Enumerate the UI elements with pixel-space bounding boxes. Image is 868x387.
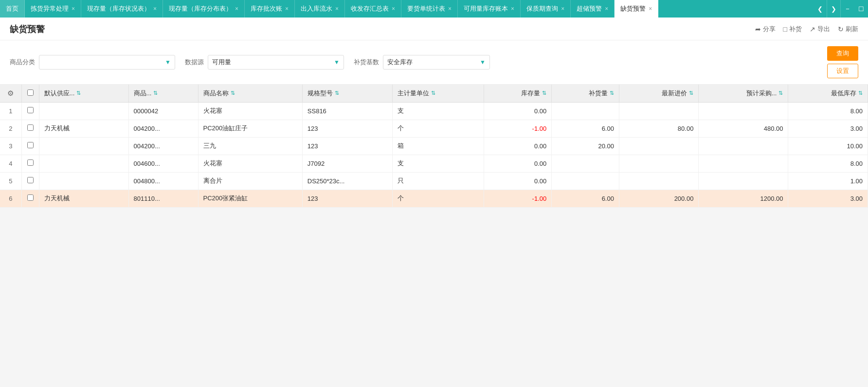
th-price[interactable]: 最新进价 ⇅ — [619, 85, 698, 102]
replenishment-base-select[interactable]: 安全库存 ▼ — [383, 55, 490, 70]
row-check-2[interactable] — [27, 124, 34, 131]
tab-4[interactable]: 库存批次账 × — [245, 0, 295, 18]
tab-10-close[interactable]: × — [605, 5, 608, 12]
th-supplier[interactable]: 默认供应... ⇅ — [39, 85, 128, 102]
supplement-label: 补货 — [789, 25, 802, 34]
tab-home[interactable]: 首页 — [0, 0, 25, 18]
tab-2[interactable]: 现存量（库存状况表） × — [81, 0, 163, 18]
tab-next-button[interactable]: ❯ — [827, 0, 841, 18]
row-check-5[interactable] — [27, 177, 34, 183]
row-unit-3: 箱 — [393, 137, 484, 155]
gear-settings-icon[interactable]: ⚙ — [7, 89, 14, 97]
row-num-2: 2 — [0, 120, 21, 137]
supplement-button[interactable]: □ 补货 — [783, 25, 802, 34]
row-checkbox-2[interactable] — [21, 120, 39, 137]
table-row[interactable]: 6 力天机械 801110... PC200张紧油缸 123 个 -1.00 6… — [0, 190, 868, 207]
settings-button[interactable]: 设置 — [827, 64, 858, 78]
tab-9-close[interactable]: × — [561, 5, 564, 12]
row-pred-1 — [699, 102, 788, 120]
product-category-group: 商品分类 ▼ — [10, 55, 175, 70]
row-check-3[interactable] — [27, 142, 34, 148]
tab-3-close[interactable]: × — [235, 5, 238, 12]
row-minstock-3: 10.00 — [788, 137, 868, 155]
row-supplier-1 — [39, 102, 128, 120]
th-price-sort-icon: ⇅ — [689, 90, 693, 96]
th-pred-label: 预计采购... — [746, 89, 777, 98]
th-spec[interactable]: 规格型号 ⇅ — [302, 85, 393, 102]
tab-prev-button[interactable]: ❮ — [814, 0, 827, 18]
tab-3[interactable]: 现存量（库存分布表） × — [163, 0, 245, 18]
tab-9[interactable]: 保质期查询 × — [521, 0, 571, 18]
th-unit-label: 主计量单位 — [398, 89, 429, 98]
th-stock[interactable]: 库存量 ⇅ — [484, 85, 552, 102]
replenishment-base-label: 补货基数 — [354, 58, 379, 67]
tab-7[interactable]: 要货单统计表 × — [401, 0, 458, 18]
export-button[interactable]: ↗ 导出 — [810, 25, 830, 34]
row-pred-5 — [699, 172, 788, 190]
tab-maximize-button[interactable]: ☐ — [854, 0, 868, 18]
row-check-1[interactable] — [27, 107, 34, 113]
supplement-icon: □ — [783, 25, 787, 33]
tab-10[interactable]: 超储预警 × — [571, 0, 615, 18]
tab-6-label: 收发存汇总表 — [351, 4, 389, 13]
table-row[interactable]: 1 0000042 火花塞 SS816 支 0.00 8.00 — [0, 102, 868, 120]
th-pred[interactable]: 预计采购... ⇅ — [699, 85, 788, 102]
tab-8-close[interactable]: × — [511, 5, 514, 12]
table-row[interactable]: 5 004800... 离合片 DS250*23c... 只 0.00 1.00 — [0, 172, 868, 190]
tab-5[interactable]: 出入库流水 × — [295, 0, 345, 18]
tab-1-close[interactable]: × — [72, 5, 75, 12]
row-name-6: PC200张紧油缸 — [198, 190, 302, 207]
row-checkbox-5[interactable] — [21, 172, 39, 190]
row-supplier-2: 力天机械 — [39, 120, 128, 137]
th-checkbox — [21, 85, 39, 102]
row-check-4[interactable] — [27, 159, 34, 166]
row-name-1: 火花塞 — [198, 102, 302, 120]
data-source-select[interactable]: 可用量 ▼ — [208, 55, 344, 70]
row-minstock-1: 8.00 — [788, 102, 868, 120]
tab-4-close[interactable]: × — [285, 5, 289, 12]
tab-11[interactable]: 缺货预警 × — [615, 0, 658, 18]
tab-11-close[interactable]: × — [649, 5, 652, 12]
row-stock-3: 0.00 — [484, 137, 552, 155]
row-checkbox-6[interactable] — [21, 190, 39, 207]
th-repl[interactable]: 补货量 ⇅ — [552, 85, 619, 102]
tab-1[interactable]: 拣货异常处理 × — [25, 0, 81, 18]
row-price-2: 80.00 — [619, 120, 698, 137]
share-button[interactable]: ➦ 分享 — [755, 25, 776, 34]
row-pred-2: 480.00 — [699, 120, 788, 137]
row-checkbox-4[interactable] — [21, 155, 39, 172]
page-title: 缺货预警 — [10, 23, 45, 35]
data-source-arrow-icon: ▼ — [334, 59, 340, 66]
product-category-select[interactable]: ▼ — [39, 55, 175, 70]
tab-minimize-button[interactable]: − — [841, 0, 854, 18]
th-minstock[interactable]: 最低库存 ⇅ — [788, 85, 868, 102]
replenishment-base-arrow-icon: ▼ — [480, 59, 486, 66]
tab-7-close[interactable]: × — [448, 5, 452, 12]
table-row[interactable]: 2 力天机械 004200... PC200油缸庄子 123 个 -1.00 6… — [0, 120, 868, 137]
th-name[interactable]: 商品名称 ⇅ — [198, 85, 302, 102]
th-code[interactable]: 商品... ⇅ — [128, 85, 198, 102]
tab-6[interactable]: 收发存汇总表 × — [345, 0, 401, 18]
row-checkbox-1[interactable] — [21, 102, 39, 120]
table-row[interactable]: 3 004200... 三九 123 箱 0.00 20.00 10.00 — [0, 137, 868, 155]
row-name-4: 火花塞 — [198, 155, 302, 172]
filter-bar: 商品分类 ▼ 数据源 可用量 ▼ 补货基数 安全库存 ▼ 查询 设置 — [0, 40, 868, 85]
select-all-checkbox[interactable] — [27, 89, 34, 96]
th-unit[interactable]: 主计量单位 ⇅ — [393, 85, 484, 102]
replenishment-base-group: 补货基数 安全库存 ▼ — [354, 55, 490, 70]
row-checkbox-3[interactable] — [21, 137, 39, 155]
product-category-label: 商品分类 — [10, 58, 35, 67]
tab-5-close[interactable]: × — [335, 5, 339, 12]
row-pred-6: 1200.00 — [699, 190, 788, 207]
export-label: 导出 — [817, 25, 830, 34]
tab-8[interactable]: 可用量库存账本 × — [458, 0, 521, 18]
data-source-group: 数据源 可用量 ▼ — [185, 55, 344, 70]
tab-2-close[interactable]: × — [153, 5, 157, 12]
query-button[interactable]: 查询 — [827, 46, 858, 61]
tab-6-close[interactable]: × — [392, 5, 395, 12]
header-actions: ➦ 分享 □ 补货 ↗ 导出 ↻ 刷新 — [755, 25, 858, 34]
row-code-2: 004200... — [128, 120, 198, 137]
row-check-6[interactable] — [27, 194, 34, 201]
refresh-button[interactable]: ↻ 刷新 — [838, 25, 858, 34]
table-row[interactable]: 4 004600... 火花塞 J7092 支 0.00 8.00 — [0, 155, 868, 172]
